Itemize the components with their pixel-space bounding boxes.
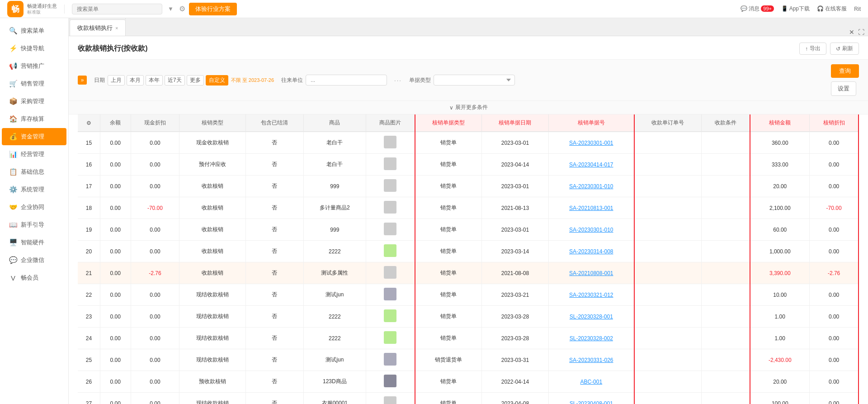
cell-doc_no-0[interactable]: SA-20230301-001 — [548, 132, 634, 154]
maximize-icon[interactable]: ⛶ — [858, 29, 864, 36]
gear-icon[interactable]: ⚙ — [179, 5, 185, 13]
user-name[interactable]: Rit — [854, 6, 861, 12]
table-row: 150.000.00现金收款核销否老白干销货单2023-03-01SA-2023… — [78, 132, 859, 154]
cell-doc_no-8[interactable]: SL-20230328-001 — [548, 306, 634, 328]
date-prev-month[interactable]: 上月 — [108, 75, 125, 86]
sidebar-item-2[interactable]: 📢营销推广 — [2, 57, 66, 75]
sidebar-item-12[interactable]: 🖥️智能硬件 — [2, 234, 66, 251]
online-service[interactable]: 🎧 在线客服 — [817, 5, 847, 13]
product-image-12 — [384, 396, 396, 404]
date-this-year[interactable]: 本年 — [146, 75, 163, 86]
doc-no-link-5[interactable]: SA-20230314-008 — [569, 248, 613, 255]
cell-doc_no-5[interactable]: SA-20230314-008 — [548, 241, 634, 262]
export-button[interactable]: ↑ 导出 — [799, 43, 826, 55]
tab-close-2[interactable]: × — [115, 25, 118, 31]
sidebar-item-3[interactable]: 🛒销售管理 — [2, 75, 66, 92]
col-header-settings: ⚙ — [78, 114, 100, 132]
cell-product-5: 2222 — [303, 241, 366, 262]
product-image-4 — [384, 223, 396, 235]
filter-bar: » 日期 上月 本月 本年 近7天 更多 自定义 不限 至 2023-07-26… — [69, 60, 868, 101]
doc-no-link-8[interactable]: SL-20230328-001 — [570, 314, 613, 320]
cell-product_img-8 — [366, 306, 415, 328]
cell-doc_no-3[interactable]: SA-20210813-001 — [548, 197, 634, 219]
sidebar-item-4[interactable]: 📦采购管理 — [2, 93, 66, 110]
sidebar-label-12: 智能硬件 — [21, 238, 44, 247]
doc-no-link-6[interactable]: SA-20210808-001 — [569, 270, 613, 276]
cell-doc_date-2: 2023-03-01 — [482, 176, 548, 197]
cell-cash_discount-8: 0.00 — [131, 306, 179, 328]
doc-no-link-4[interactable]: SA-20230301-010 — [569, 227, 613, 233]
dots-separator: ··· — [394, 77, 402, 84]
sidebar-item-9[interactable]: ⚙️系统管理 — [2, 181, 66, 198]
sidebar-item-0[interactable]: 🔍搜索菜单 — [2, 22, 66, 39]
sidebar-item-14[interactable]: V畅会员 — [2, 269, 66, 286]
sidebar-item-1[interactable]: ⚡快捷导航 — [2, 40, 66, 57]
tab-2[interactable]: 收款核销执行× — [70, 19, 126, 36]
export-icon: ↑ — [805, 46, 808, 52]
query-button[interactable]: 查询 — [831, 64, 859, 78]
doc-no-link-2[interactable]: SA-20230301-010 — [569, 183, 613, 190]
cell-settings-4: 19 — [78, 219, 100, 241]
cell-cash_discount-2: 0.00 — [131, 176, 179, 197]
doc-no-link-9[interactable]: SL-20230328-002 — [570, 335, 613, 342]
doc-no-link-1[interactable]: SA-20230414-017 — [569, 162, 613, 168]
date-7days[interactable]: 近7天 — [165, 75, 185, 86]
dropdown-arrow-icon[interactable]: ▼ — [168, 5, 174, 12]
doc-no-link-10[interactable]: SA-20230331-026 — [569, 357, 613, 363]
cell-cash_discount-10: 0.00 — [131, 349, 179, 371]
sidebar-item-11[interactable]: 📖新手引导 — [2, 216, 66, 233]
doc-no-link-7[interactable]: SA-20230321-012 — [569, 292, 613, 298]
sidebar-item-7[interactable]: 📊经营管理 — [2, 146, 66, 163]
cell-cash_discount-9: 0.00 — [131, 328, 179, 349]
app-download[interactable]: 📱 App下载 — [781, 5, 810, 13]
cell-write_off_discount-12: 0.00 — [810, 393, 859, 404]
filter-expand-button[interactable]: » — [78, 76, 87, 85]
partner-input[interactable] — [306, 75, 387, 86]
cell-doc_no-10[interactable]: SA-20230331-026 — [548, 349, 634, 371]
cell-write_off_discount-8: 0.00 — [810, 306, 859, 328]
tab-bar: 首页预付冲应付单×收款核销执行× ✕ ⛶ — [69, 18, 868, 36]
cell-doc_no-1[interactable]: SA-20230414-017 — [548, 154, 634, 176]
setting-button[interactable]: 设置 — [831, 81, 856, 96]
message-icon[interactable]: 💬 消息 99+ — [741, 5, 774, 13]
sidebar-item-8[interactable]: 📋基础信息 — [2, 163, 66, 181]
date-more[interactable]: 更多 — [187, 75, 204, 86]
cell-doc_no-9[interactable]: SL-20230328-002 — [548, 328, 634, 349]
cell-doc_no-12[interactable]: SL-20230408-001 — [548, 393, 634, 404]
cell-doc_no-7[interactable]: SA-20230321-012 — [548, 284, 634, 306]
close-window-icon[interactable]: ✕ — [849, 29, 854, 36]
cell-doc_no-4[interactable]: SA-20230301-010 — [548, 219, 634, 241]
cell-doc_no-11[interactable]: ABC-001 — [548, 371, 634, 393]
cell-cash_discount-5: 0.00 — [131, 241, 179, 262]
sidebar-item-10[interactable]: 🤝企业协同 — [2, 199, 66, 216]
search-input[interactable] — [72, 4, 162, 14]
doc-no-link-3[interactable]: SA-20210813-001 — [569, 205, 613, 211]
expand-more-bar[interactable]: ∨ 展开更多条件 — [69, 101, 868, 114]
cell-product-10: 测试jun — [303, 349, 366, 371]
cell-receipt_cond-11 — [701, 371, 750, 393]
cell-doc_date-8: 2023-03-28 — [482, 306, 548, 328]
doc-no-link-0[interactable]: SA-20230301-001 — [569, 140, 613, 146]
voucher-type-select[interactable] — [434, 75, 515, 86]
table-row: 200.000.00收款核销否2222销货单2023-03-14SA-20230… — [78, 241, 859, 262]
sidebar-item-6[interactable]: 💰资金管理 — [2, 128, 66, 145]
cell-write_off_discount-0: 0.00 — [810, 132, 859, 154]
col-header-cash_discount: 现金折扣 — [131, 114, 179, 132]
date-custom[interactable]: 自定义 — [206, 75, 228, 86]
sidebar-item-5[interactable]: 🏠库存核算 — [2, 110, 66, 128]
cell-doc_no-6[interactable]: SA-20210808-001 — [548, 262, 634, 284]
page-header-actions: ↑ 导出 ↺ 刷新 — [799, 43, 859, 55]
cell-receipt_order-10 — [634, 349, 701, 371]
industry-solution-button[interactable]: 体验行业方案 — [189, 3, 237, 15]
cell-include_settled-4: 否 — [246, 219, 303, 241]
cell-doc_no-2[interactable]: SA-20230301-010 — [548, 176, 634, 197]
cell-receipt_cond-10 — [701, 349, 750, 371]
doc-no-link-12[interactable]: SL-20230408-001 — [570, 400, 613, 404]
cell-include_settled-6: 否 — [246, 262, 303, 284]
doc-no-link-11[interactable]: ABC-001 — [580, 379, 602, 385]
date-this-month[interactable]: 本月 — [127, 75, 144, 86]
cell-balance-5: 0.00 — [100, 241, 131, 262]
refresh-button[interactable]: ↺ 刷新 — [830, 43, 859, 55]
cell-settings-7: 22 — [78, 284, 100, 306]
sidebar-item-13[interactable]: 💬企业微信 — [2, 252, 66, 269]
